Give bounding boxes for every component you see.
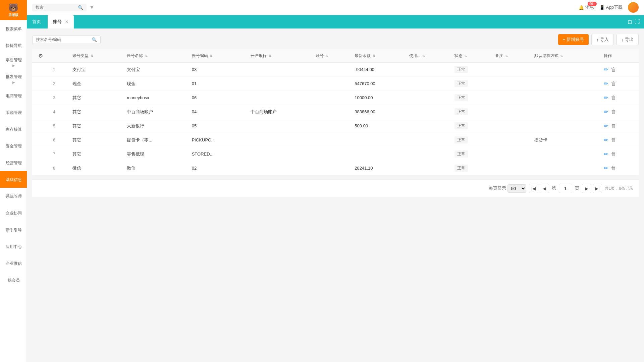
col-type[interactable]: 账号类型 ⇅ xyxy=(68,49,123,63)
row-actions: ✏ 🗑 xyxy=(600,77,639,91)
row-index: 6 xyxy=(49,133,68,147)
page-last-btn[interactable]: ▶| xyxy=(593,184,602,193)
row-name: 大新银行 xyxy=(123,119,188,133)
col-bank[interactable]: 开户银行 ⇅ xyxy=(247,49,312,63)
tab-home-label: 首页 xyxy=(32,19,41,25)
tab-accounts[interactable]: 账号 ✕ xyxy=(48,15,74,28)
col-remark[interactable]: 备注 ⇅ xyxy=(491,49,530,63)
sidebar-item-quicknav[interactable]: 快捷导航 xyxy=(0,37,27,54)
edit-button[interactable]: ✏ xyxy=(604,80,608,87)
col-usage[interactable]: 使用... ⇅ xyxy=(405,49,450,63)
row-name: moneybosx xyxy=(123,91,188,105)
row-remark xyxy=(491,147,530,161)
page-size-selector[interactable]: 每页显示 50 100 xyxy=(489,184,526,193)
col-settings[interactable]: ⚙ xyxy=(32,49,49,63)
sort-icon-payment: ⇅ xyxy=(560,54,563,58)
sidebar-item-finance[interactable]: 资金管理 xyxy=(0,137,27,154)
row-settings-cell xyxy=(32,77,49,91)
row-code: PICKUPC... xyxy=(188,133,247,147)
export-button[interactable]: ↓ 导出 xyxy=(616,34,639,45)
main-area: 🔍 ▼ 🔔 消息 99+ 📱 App下载 首页 账号 ✕ xyxy=(27,0,644,362)
sort-icon-account: ⇅ xyxy=(325,54,328,58)
row-balance: 500.00 xyxy=(351,119,405,133)
app-download-button[interactable]: 📱 App下载 xyxy=(599,4,623,10)
accounts-table-wrap: ⚙ 账号类型 ⇅ 账号名称 ⇅ 账号编码 ⇅ 开户银行 ⇅ 账号 ⇅ 最新余额 … xyxy=(32,49,639,175)
col-balance[interactable]: 最新余额 ⇅ xyxy=(351,49,405,63)
row-name: 支付宝 xyxy=(123,63,188,77)
app-logo: 🐻 乐版版 xyxy=(0,0,27,20)
sidebar-item-operations[interactable]: 经营管理 xyxy=(0,154,27,171)
row-default-payment xyxy=(530,105,600,119)
edit-button[interactable]: ✏ xyxy=(604,95,608,101)
pagination: 每页显示 50 100 |◀ ◀ 第 页 ▶ ▶| 共1页，8条记录 xyxy=(32,179,639,197)
row-actions: ✏ 🗑 xyxy=(600,133,639,147)
page-first-btn[interactable]: |◀ xyxy=(529,184,538,193)
sidebar-item-agreement[interactable]: 企业协同 xyxy=(0,204,27,221)
sidebar-item-system[interactable]: 系统管理 xyxy=(0,188,27,204)
table-row: 2 现金 现金 01 547670.00 正常 ✏ 🗑 xyxy=(32,77,639,91)
sidebar-item-label-system: 系统管理 xyxy=(6,194,22,199)
delete-button[interactable]: 🗑 xyxy=(611,80,616,87)
col-status[interactable]: 状态 ⇅ xyxy=(450,49,491,63)
sidebar-item-retail[interactable]: 零售管理▶ xyxy=(0,54,27,70)
sidebar-item-search[interactable]: 搜索菜单 xyxy=(0,20,27,37)
delete-button[interactable]: 🗑 xyxy=(611,109,616,115)
sidebar-item-purchase[interactable]: 采购管理 xyxy=(0,104,27,121)
sidebar-item-guide[interactable]: 新手引导 xyxy=(0,221,27,238)
sort-icon-remark: ⇅ xyxy=(505,54,508,58)
col-code[interactable]: 账号编码 ⇅ xyxy=(188,49,247,63)
tab-home[interactable]: 首页 xyxy=(27,15,46,28)
delete-button[interactable]: 🗑 xyxy=(611,165,616,171)
row-default-payment xyxy=(530,119,600,133)
sidebar: 🐻 乐版版 搜索菜单快捷导航零售管理▶批发管理▶电商管理采购管理库存核算资金管理… xyxy=(0,0,27,362)
fullscreen-icon[interactable]: ⛶ xyxy=(633,17,641,26)
sidebar-item-inventory[interactable]: 库存核算 xyxy=(0,121,27,137)
row-status: 正常 xyxy=(450,133,491,147)
bell-icon: 🔔 xyxy=(579,5,584,10)
minimize-icon[interactable]: ⊡ xyxy=(626,17,633,26)
messages-button[interactable]: 🔔 消息 99+ xyxy=(579,4,594,10)
row-bank xyxy=(247,63,312,77)
row-settings-cell xyxy=(32,133,49,147)
edit-button[interactable]: ✏ xyxy=(604,66,608,73)
col-default-payment[interactable]: 默认结算方式 ⇅ xyxy=(530,49,600,63)
sidebar-item-wholesale[interactable]: 批发管理▶ xyxy=(0,70,27,87)
delete-button[interactable]: 🗑 xyxy=(611,66,616,73)
account-search-box[interactable]: 🔍 xyxy=(32,36,101,44)
col-account[interactable]: 账号 ⇅ xyxy=(312,49,351,63)
edit-button[interactable]: ✏ xyxy=(604,151,608,157)
topbar-search-input[interactable] xyxy=(36,5,76,10)
sidebar-item-basicinfo[interactable]: 基础信息 xyxy=(0,171,27,188)
topbar-dropdown[interactable]: ▼ xyxy=(89,4,95,10)
edit-button[interactable]: ✏ xyxy=(604,165,608,171)
tab-close-icon[interactable]: ✕ xyxy=(65,19,68,24)
edit-button[interactable]: ✏ xyxy=(604,109,608,115)
account-search-input[interactable] xyxy=(36,37,90,42)
import-button[interactable]: ↑ 导入 xyxy=(591,34,614,45)
sidebar-item-member[interactable]: 畅会员 xyxy=(0,272,27,288)
col-name[interactable]: 账号名称 ⇅ xyxy=(123,49,188,63)
delete-button[interactable]: 🗑 xyxy=(611,151,616,157)
add-account-button[interactable]: + 新增账号 xyxy=(558,34,589,45)
delete-button[interactable]: 🗑 xyxy=(611,137,616,143)
row-name: 现金 xyxy=(123,77,188,91)
page-number-input[interactable] xyxy=(559,184,572,193)
per-page-select[interactable]: 50 100 xyxy=(507,184,526,193)
row-bank xyxy=(247,77,312,91)
row-remark xyxy=(491,63,530,77)
delete-button[interactable]: 🗑 xyxy=(611,95,616,101)
sidebar-item-ecommerce[interactable]: 电商管理 xyxy=(0,87,27,104)
topbar-search-box[interactable]: 🔍 xyxy=(32,4,87,11)
export-icon: ↓ xyxy=(622,37,624,42)
row-type: 支付宝 xyxy=(68,63,123,77)
sidebar-item-appcenter[interactable]: 应用中心 xyxy=(0,238,27,255)
delete-button[interactable]: 🗑 xyxy=(611,123,616,129)
edit-button[interactable]: ✏ xyxy=(604,137,608,143)
sidebar-item-wechat[interactable]: 企业微信 xyxy=(0,255,27,272)
page-prev-btn[interactable]: ◀ xyxy=(540,184,549,193)
edit-button[interactable]: ✏ xyxy=(604,123,608,129)
chevron-right-icon: ▶ xyxy=(12,64,15,67)
table-row: 7 其它 零售抵现 STORED... 正常 ✏ 🗑 xyxy=(32,147,639,161)
user-avatar[interactable] xyxy=(628,2,639,13)
page-next-btn[interactable]: ▶ xyxy=(582,184,591,193)
